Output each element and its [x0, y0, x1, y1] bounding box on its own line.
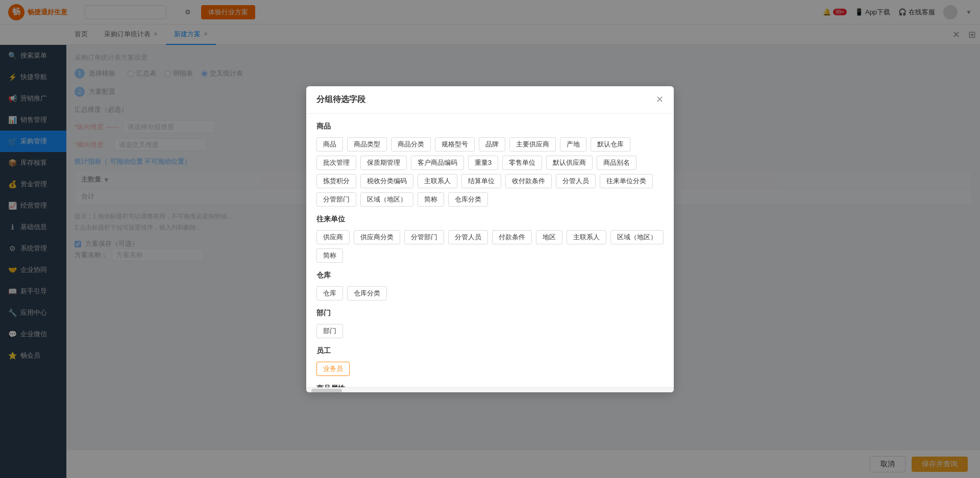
field-tag-region2[interactable]: 区域（地区）	[610, 230, 664, 244]
field-tag-partner-category[interactable]: 往来单位分类	[600, 174, 653, 188]
section-title-goods: 商品	[316, 122, 664, 131]
field-tag-supplier[interactable]: 供应商	[316, 230, 350, 244]
field-tag-tax-code[interactable]: 税收分类编码	[360, 174, 413, 188]
field-tag-warehouse-category[interactable]: 仓库分类	[347, 286, 387, 300]
field-tag-goods[interactable]: 商品	[316, 137, 343, 152]
field-tag-retail-unit[interactable]: 零售单位	[502, 156, 542, 170]
field-tag-goods-category[interactable]: 商品分类	[391, 137, 431, 152]
field-tags-warehouse: 仓库 仓库分类	[316, 286, 664, 300]
section-title-attrs: 商品属性	[316, 384, 664, 387]
field-tag-district[interactable]: 地区	[536, 230, 562, 244]
field-tag-customer-code[interactable]: 客户商品编码	[411, 156, 464, 170]
field-tag-goods-alias[interactable]: 商品别名	[597, 156, 636, 170]
field-tags-goods: 商品 商品类型 商品分类 规格型号 品牌 主要供应商 产地 默认仓库 批次管理 …	[316, 137, 664, 207]
field-tag-payment-terms[interactable]: 收付款条件	[505, 174, 552, 188]
field-tag-payment-cond[interactable]: 付款条件	[492, 230, 532, 244]
field-tag-warehouse-cat[interactable]: 仓库分类	[448, 192, 488, 207]
field-tag-abbr2[interactable]: 简称	[316, 248, 343, 263]
field-tag-pick-score[interactable]: 拣货积分	[316, 174, 356, 188]
field-tag-salesperson[interactable]: 业务员	[316, 362, 350, 376]
field-tag-origin[interactable]: 产地	[560, 137, 586, 152]
field-tag-expiry-mgmt[interactable]: 保质期管理	[360, 156, 407, 170]
field-tag-settlement-unit[interactable]: 结算单位	[461, 174, 501, 188]
field-tag-dept-person[interactable]: 分管人员	[448, 230, 488, 244]
field-tag-manager[interactable]: 分管人员	[556, 174, 596, 188]
modal-scroll-thumb	[311, 389, 342, 392]
field-tag-dept[interactable]: 部门	[316, 324, 343, 338]
field-tag-main-supplier[interactable]: 主要供应商	[509, 137, 556, 152]
modal-scroll-bar[interactable]	[306, 387, 674, 392]
field-tag-warehouse[interactable]: 仓库	[316, 286, 343, 300]
field-tag-main-contact2[interactable]: 主联系人	[567, 230, 606, 244]
field-tag-weight3[interactable]: 重量3	[468, 156, 498, 170]
field-tags-partner: 供应商 供应商分类 分管部门 分管人员 付款条件 地区 主联系人 区域（地区） …	[316, 230, 664, 263]
modal-close-btn[interactable]: ✕	[656, 95, 664, 104]
field-tag-goods-type[interactable]: 商品类型	[347, 137, 387, 152]
modal: 分组待选字段 ✕ 商品 商品 商品类型 商品分类 规格型号 品牌 主要供应商 产…	[306, 86, 674, 392]
field-tag-supplier-cat[interactable]: 供应商分类	[354, 230, 400, 244]
field-tag-dept-mgmt[interactable]: 分管部门	[404, 230, 444, 244]
field-tag-dept-managed[interactable]: 分管部门	[316, 192, 356, 207]
field-tag-abbr[interactable]: 简称	[418, 192, 444, 207]
modal-title: 分组待选字段	[316, 94, 365, 105]
field-tag-main-contact[interactable]: 主联系人	[418, 174, 457, 188]
field-tag-default-warehouse[interactable]: 默认仓库	[591, 137, 630, 152]
field-tags-staff: 业务员	[316, 362, 664, 376]
section-title-dept: 部门	[316, 309, 664, 318]
section-title-staff: 员工	[316, 346, 664, 356]
modal-overlay: 分组待选字段 ✕ 商品 商品 商品类型 商品分类 规格型号 品牌 主要供应商 产…	[0, 0, 980, 478]
field-tag-batch-mgmt[interactable]: 批次管理	[316, 156, 356, 170]
field-tag-default-supplier[interactable]: 默认供应商	[546, 156, 593, 170]
field-tags-dept: 部门	[316, 324, 664, 338]
modal-header: 分组待选字段 ✕	[306, 86, 674, 114]
field-tag-brand[interactable]: 品牌	[479, 137, 505, 152]
section-title-warehouse: 仓库	[316, 271, 664, 280]
section-title-partner: 往来单位	[316, 215, 664, 224]
field-tag-spec-model[interactable]: 规格型号	[435, 137, 475, 152]
field-tag-region[interactable]: 区域（地区）	[360, 192, 413, 207]
modal-body: 商品 商品 商品类型 商品分类 规格型号 品牌 主要供应商 产地 默认仓库 批次…	[306, 114, 674, 387]
